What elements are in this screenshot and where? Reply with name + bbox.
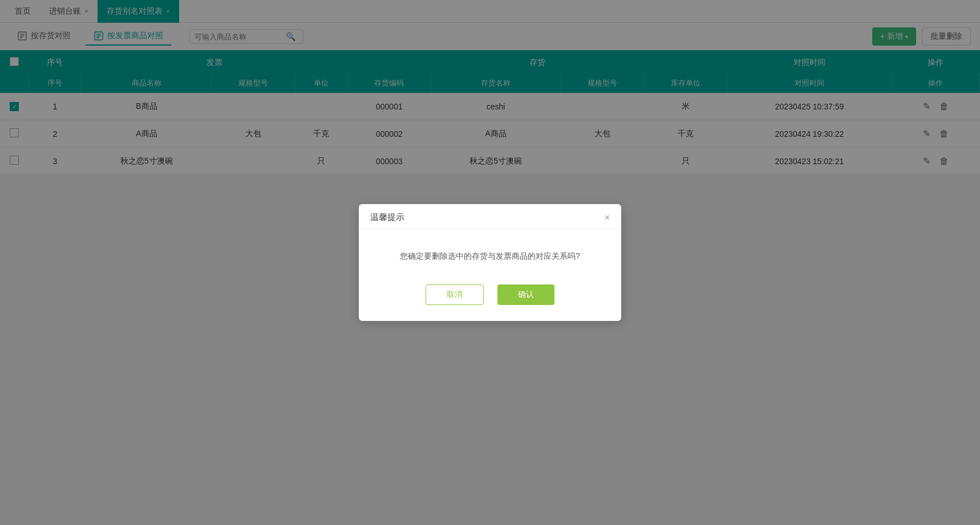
- modal-overlay: 温馨提示 × 您确定要删除选中的存货与发票商品的对应关系吗? 取消 确认: [0, 0, 980, 175]
